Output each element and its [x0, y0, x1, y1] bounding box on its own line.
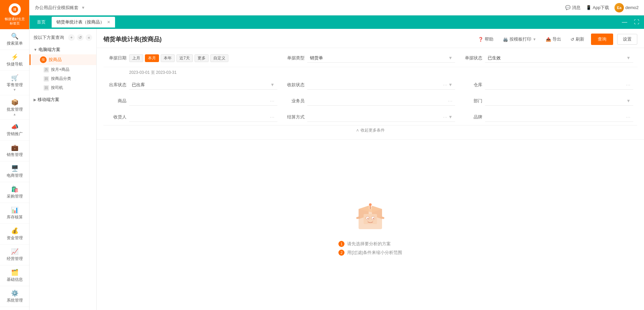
right-panel: 销货单统计表(按商品) ❓ 帮助 🖨️ 按模板打印 ▼ 📤 导出: [97, 29, 644, 310]
empty-tip-2: 2 用[过滤]条件来缩小分析范围: [338, 250, 402, 256]
export-btn[interactable]: 📤 导出: [543, 35, 564, 44]
sidebar-item-search[interactable]: 🔍 搜索菜单: [0, 29, 29, 50]
print-btn[interactable]: 🖨️ 按模板打印 ▼: [500, 35, 539, 44]
collapse-filter-btn[interactable]: ∧ 收起更多条件: [103, 125, 637, 135]
type-dropdown-icon: ▼: [448, 55, 452, 60]
collapse-panel-btn[interactable]: «: [86, 34, 92, 41]
pc-group-label: 电脑端方案: [39, 47, 60, 53]
header-actions: 💬 消息 📱 App下载 Ea demo2: [565, 3, 639, 12]
quicknav-icon: ⚡: [11, 53, 18, 61]
product-label: 商品: [107, 98, 129, 104]
date-controls: 上月 本月 本年 近7天 更多 自定义: [129, 54, 277, 62]
messages-icon: 💬: [565, 5, 571, 10]
type-filter-cell: 单据类型 销货单 ▼: [281, 52, 460, 64]
refresh-scheme-btn[interactable]: ↺: [77, 34, 84, 41]
refresh-btn[interactable]: ↺ 刷新: [568, 35, 587, 44]
app-subtitle: 标签页: [10, 21, 20, 26]
warehouse-input[interactable]: ···: [485, 80, 633, 90]
receiver-cell: 收货人 ···: [103, 110, 281, 124]
out-status-input[interactable]: 已出库 ▼: [129, 80, 277, 90]
scheme-by-category[interactable]: 回 按商品分类: [30, 74, 96, 83]
empty-illustration: [350, 194, 390, 234]
sidebar-item-finance[interactable]: 💰 资金管理: [0, 224, 29, 245]
query-btn[interactable]: 查询: [591, 34, 613, 45]
status-input[interactable]: 已生效 ▼: [485, 53, 633, 63]
tab-home[interactable]: 首页: [32, 17, 50, 28]
add-scheme-btn[interactable]: +: [68, 34, 75, 41]
empty-tips: 1 请先选择要分析的方案 2 用[过滤]条件来缩小分析范围: [338, 241, 402, 256]
type-input[interactable]: 销货单 ▼: [307, 53, 455, 63]
sidebar-item-system-label: 系统管理: [7, 298, 23, 303]
tip-num-1: 1: [338, 241, 344, 247]
scheme-by-month-icon: 历: [44, 67, 49, 72]
payment-input[interactable]: ··· ▼: [307, 80, 455, 90]
product-cell: 商品 ···: [103, 94, 281, 108]
tab-sales-stat-label: 销货单统计表（按商品）: [56, 19, 104, 25]
tab-minimize-btn[interactable]: —: [620, 17, 629, 27]
settings-btn[interactable]: 设置: [617, 34, 637, 45]
scheme-by-category-icon: 回: [44, 76, 49, 82]
filter-section: 单据日期 上月 本月 本年 近7天 更多 自定义 单据类型: [97, 48, 644, 140]
operation-icon: 📈: [11, 248, 18, 255]
sidebar-item-basic[interactable]: 🗂️ 基础信息: [0, 265, 29, 286]
industry-selector[interactable]: 办公用品行业模拟账套 ▼: [35, 5, 85, 11]
help-icon: ❓: [478, 37, 483, 42]
sidebar-item-sales[interactable]: 💼 销售管理: [0, 141, 29, 161]
tab-close-icon[interactable]: ✕: [107, 20, 110, 24]
scheme-by-cashier-icon: 回: [44, 85, 49, 91]
content-area: 按以下方案查询 + ↺ « ▼ 电脑端方案 按 按商品 历: [30, 29, 644, 310]
payment-method-cell: 结算方式 ··· ▼: [281, 110, 460, 124]
refresh-icon: ↺: [571, 37, 574, 42]
tab-sales-stat[interactable]: 销货单统计表（按商品） ✕: [52, 17, 115, 28]
payment-label: 收款状态: [285, 82, 307, 88]
date-btn-custom[interactable]: 自定义: [210, 54, 228, 62]
sidebar-item-basic-label: 基础信息: [7, 277, 23, 282]
print-label: 按模板打印: [509, 36, 531, 42]
sidebar-item-ecommerce[interactable]: 🖥️ 电商管理: [0, 161, 29, 182]
dept-input[interactable]: ▼: [485, 96, 633, 106]
payment-method-input[interactable]: ··· ▼: [307, 112, 455, 122]
mobile-group-header[interactable]: ▶ 移动端方案: [30, 95, 96, 104]
export-icon: 📤: [546, 37, 551, 42]
salesperson-input[interactable]: ···: [307, 96, 455, 106]
receiver-input[interactable]: ···: [129, 112, 277, 122]
user-profile[interactable]: Ea demo2: [614, 3, 639, 12]
brand-input[interactable]: ···: [485, 112, 633, 122]
brand-label: 品牌: [463, 114, 485, 120]
app-download-btn[interactable]: 📱 App下载: [586, 5, 609, 11]
sidebar-item-search-label: 搜索菜单: [7, 41, 23, 46]
sidebar-item-retail[interactable]: 🛒 零售管理 ▼: [0, 71, 29, 95]
sidebar-item-quicknav[interactable]: ⚡ 快捷导航: [0, 50, 29, 71]
pc-group-header[interactable]: ▼ 电脑端方案: [30, 45, 96, 54]
system-icon: ⚙️: [11, 290, 18, 297]
tab-home-label: 首页: [37, 19, 46, 25]
status-dropdown-icon: ▼: [626, 55, 631, 60]
scheme-by-cashier[interactable]: 回 按司机: [30, 83, 96, 92]
date-label: 单据日期: [107, 55, 129, 61]
sidebar-item-marketing[interactable]: 📣 营销推广: [0, 120, 29, 141]
sidebar-item-enterprise[interactable]: 🤝 企业协同: [0, 307, 29, 310]
tab-maximize-btn[interactable]: ⛶: [632, 17, 641, 27]
sidebar-item-system[interactable]: ⚙️ 系统管理: [0, 286, 29, 307]
date-btn-more[interactable]: 更多: [195, 54, 209, 62]
sidebar-item-purchase[interactable]: 🛍️ 采购管理: [0, 182, 29, 203]
date-btn-this-month[interactable]: 本月: [145, 54, 159, 62]
receiver-dots-icon: ···: [270, 114, 275, 119]
date-btn-this-year[interactable]: 本年: [161, 54, 175, 62]
dept-dropdown-icon: ▼: [626, 98, 631, 103]
sidebar-item-wholesale[interactable]: 📦 批发管理 ▲: [0, 95, 29, 120]
messages-btn[interactable]: 💬 消息: [565, 5, 581, 11]
date-btn-last-month[interactable]: 上月: [129, 54, 143, 62]
product-input[interactable]: ···: [129, 96, 277, 106]
scheme-by-product[interactable]: 按 按商品: [30, 54, 96, 65]
sidebar-item-inventory[interactable]: 📊 库存核算: [0, 203, 29, 224]
tab-bar-right: — ⛶: [620, 17, 641, 27]
date-btn-7days[interactable]: 近7天: [176, 54, 193, 62]
sidebar-item-retail-label: 零售管理: [7, 82, 23, 88]
help-btn[interactable]: ❓ 帮助: [475, 35, 496, 44]
sidebar-item-sales-label: 销售管理: [7, 152, 23, 158]
sidebar-item-operation[interactable]: 📈 经营管理: [0, 245, 29, 265]
industry-name: 办公用品行业模拟账套: [35, 5, 78, 11]
svg-point-7: [369, 203, 372, 206]
scheme-by-month-product[interactable]: 历 按月+商品: [30, 65, 96, 74]
